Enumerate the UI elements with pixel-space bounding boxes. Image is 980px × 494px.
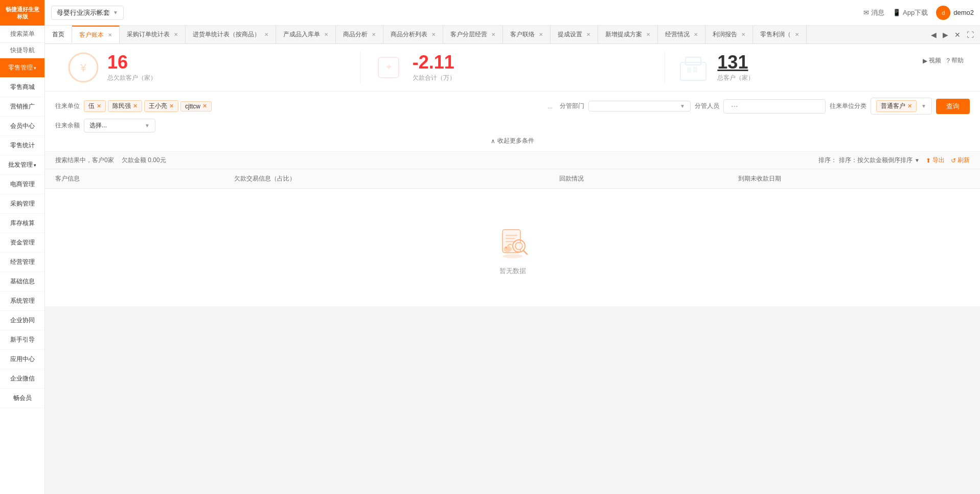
- category-filter-label: 往来单位分类: [830, 102, 867, 110]
- message-icon: ✉: [863, 9, 869, 16]
- person-more-icon[interactable]: ···: [731, 102, 738, 111]
- doc-help-btn[interactable]: ? 帮助: [946, 56, 964, 65]
- customers-icon: ¥: [65, 52, 101, 83]
- refresh-button[interactable]: ↺ 刷新: [951, 156, 970, 165]
- tab-next-icon[interactable]: ▶: [941, 30, 950, 40]
- sidebar-item-system_mgmt[interactable]: 系统管理: [0, 291, 44, 311]
- main-content: 母婴行业演示帐套 ▼ ✉ 消息 📱 App下载 d demo2 首页客户账本✕采…: [45, 0, 980, 494]
- total-debt-customers-number: 16: [107, 53, 156, 72]
- refresh-icon: ↺: [951, 157, 956, 164]
- sidebar-item-purchase_mgmt[interactable]: 采购管理: [0, 194, 44, 214]
- sidebar-item-enterprise_wechat[interactable]: 企业微信: [0, 369, 44, 389]
- tab-prev-icon[interactable]: ◀: [929, 30, 939, 40]
- empty-text: 暂无数据: [499, 266, 526, 276]
- tab-close-new_promotion[interactable]: ✕: [646, 32, 650, 37]
- tab-maximize-icon[interactable]: ⛶: [965, 30, 976, 40]
- sidebar-item-vip_member[interactable]: 畅会员: [0, 389, 44, 408]
- tab-close-product_analysis[interactable]: ✕: [372, 32, 376, 37]
- tab-close-all-icon[interactable]: ✕: [952, 30, 963, 40]
- tab-retail_profit[interactable]: 零售利润（✕: [753, 26, 807, 44]
- sidebar-item-wholesale_mgmt[interactable]: 批发管理 ▾: [0, 155, 44, 175]
- stat-block-total-customers: 131 总客户（家） ▶ 视频 ? 帮助: [665, 52, 970, 83]
- video-help-btn[interactable]: ▶ 视频: [923, 56, 941, 65]
- message-btn[interactable]: ✉ 消息: [863, 8, 884, 17]
- person-select[interactable]: ···: [723, 99, 826, 114]
- tab-profit_report[interactable]: 利润报告✕: [705, 26, 753, 44]
- account-name: 母婴行业演示帐套: [57, 8, 110, 17]
- sidebar-quick-nav[interactable]: 快捷导航: [0, 43, 44, 58]
- sidebar-item-enterprise_collab[interactable]: 企业协同: [0, 311, 44, 330]
- sidebar-item-member_center[interactable]: 会员中心: [0, 117, 44, 136]
- avatar: d: [936, 6, 950, 20]
- query-button[interactable]: 查询: [936, 99, 970, 114]
- filter-more-btn[interactable]: ...: [544, 102, 556, 111]
- dept-select[interactable]: ▼: [588, 101, 691, 111]
- dept-filter-label: 分管部门: [560, 102, 584, 110]
- data-table: 客户信息欠款交易信息（占比）回款情况到期未收款日期: [45, 169, 980, 306]
- stat-text-customers: 16 总欠款客户（家）: [107, 53, 156, 82]
- sidebar-item-retail_mall[interactable]: 零售商城: [0, 78, 44, 97]
- tab-new_promotion[interactable]: 新增提成方案✕: [598, 26, 658, 44]
- tab-close-promotion_settings[interactable]: ✕: [586, 32, 590, 37]
- tab-customer_contact[interactable]: 客户联络✕: [503, 26, 551, 44]
- sidebar-item-app_center[interactable]: 应用中心: [0, 350, 44, 369]
- tab-close-purchase_orders[interactable]: ✕: [174, 32, 178, 37]
- export-button[interactable]: ⬆ 导出: [926, 156, 945, 165]
- tab-promotion_settings[interactable]: 提成设置✕: [551, 26, 598, 44]
- tab-purchase_orders[interactable]: 采购订单统计表✕: [120, 26, 186, 44]
- tab-close-profit_report[interactable]: ✕: [741, 32, 745, 37]
- tab-accounts[interactable]: 客户账本✕: [72, 26, 120, 44]
- tab-close-business_situation[interactable]: ✕: [694, 32, 698, 37]
- remove-tag-cjttcw[interactable]: ✕: [202, 103, 207, 109]
- balance-select[interactable]: 选择... ▼: [84, 119, 155, 132]
- result-info: 搜索结果中，客户0家 欠款金额 0.00元: [55, 156, 172, 165]
- dept-arrow-icon: ▼: [680, 103, 685, 109]
- tab-close-product_inbound[interactable]: ✕: [324, 32, 328, 37]
- sidebar-item-retail_stats[interactable]: 零售统计: [0, 136, 44, 155]
- sidebar-item-business_mgmt[interactable]: 经营管理: [0, 253, 44, 272]
- remove-tag-陈民强[interactable]: ✕: [133, 103, 138, 109]
- sidebar-item-basic_info[interactable]: 基础信息: [0, 272, 44, 291]
- remove-tag-伍[interactable]: ✕: [97, 103, 101, 109]
- tab-close-inbound_stats[interactable]: ✕: [264, 32, 268, 37]
- sidebar-item-new_guide[interactable]: 新手引导: [0, 330, 44, 350]
- tab-close-customer_contact[interactable]: ✕: [539, 32, 543, 37]
- tab-product_analysis_list[interactable]: 商品分析列表✕: [383, 26, 443, 44]
- sidebar-item-finance_mgmt[interactable]: 资金管理: [0, 233, 44, 253]
- app-download-btn[interactable]: 📱 App下载: [893, 8, 928, 17]
- tab-inbound_stats[interactable]: 进货单统计表（按商品）✕: [186, 26, 276, 44]
- filter-tag-王小亮: 王小亮✕: [144, 100, 178, 112]
- category-select[interactable]: 普通客户 ✕ ▼: [871, 98, 932, 115]
- sort-arrow-icon: ▼: [915, 158, 920, 163]
- collapse-button[interactable]: ∧ 收起更多条件: [491, 137, 534, 145]
- user-profile[interactable]: d demo2: [936, 6, 974, 20]
- tab-customer_segment[interactable]: 客户分层经营✕: [443, 26, 503, 44]
- selector-arrow-icon: ▼: [113, 10, 118, 15]
- total-debt-amount-label: 欠款合计（万）: [413, 74, 455, 82]
- tab-close-retail_profit[interactable]: ✕: [795, 32, 799, 37]
- tab-product_inbound[interactable]: 产成品入库单✕: [276, 26, 336, 44]
- sidebar-item-retail_mgmt[interactable]: 零售管理 ▾: [0, 58, 44, 78]
- tab-close-product_analysis_list[interactable]: ✕: [431, 32, 436, 37]
- sort-select[interactable]: 排序： 排序：按欠款金额倒序排序 ▼: [818, 156, 920, 165]
- tab-business_situation[interactable]: 经营情况✕: [658, 26, 705, 44]
- tab-product_analysis[interactable]: 商品分析✕: [336, 26, 383, 44]
- sidebar-item-marketing[interactable]: 营销推广: [0, 97, 44, 117]
- sidebar-item-inventory[interactable]: 库存核算: [0, 214, 44, 233]
- tab-close-accounts[interactable]: ✕: [108, 32, 112, 38]
- export-icon: ⬆: [926, 157, 931, 164]
- total-customers-label: 总客户（家）: [717, 74, 754, 82]
- table-header-客户信息: 客户信息: [45, 169, 224, 189]
- account-selector[interactable]: 母婴行业演示帐套 ▼: [51, 6, 124, 20]
- filter-area: 往来单位 伍✕陈民强✕王小亮✕cjttcw✕ ... 分管部门 ▼ 分管人员 ·…: [45, 92, 980, 152]
- tab-home[interactable]: 首页: [45, 26, 72, 44]
- sidebar-search[interactable]: 搜索菜单: [0, 26, 44, 43]
- remove-tag-王小亮[interactable]: ✕: [169, 103, 174, 109]
- sidebar-item-ecommerce_mgmt[interactable]: 电商管理: [0, 175, 44, 194]
- tab-close-customer_segment[interactable]: ✕: [491, 32, 495, 37]
- stats-bar: ¥ 16 总欠款客户（家） ✦ -2.11 欠款合计: [45, 44, 980, 92]
- balance-arrow-icon: ▼: [145, 123, 150, 128]
- stat-text-amount: -2.11 欠款合计（万）: [413, 53, 455, 82]
- category-tag-remove[interactable]: ✕: [907, 103, 912, 109]
- result-count: 搜索结果中，客户0家: [55, 156, 114, 164]
